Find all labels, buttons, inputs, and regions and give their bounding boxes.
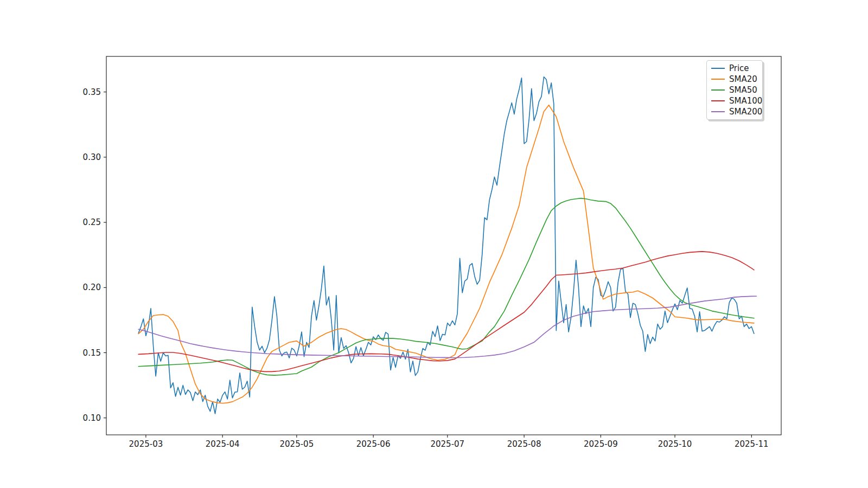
legend-label-price: Price: [729, 64, 749, 73]
legend-item-price: Price: [711, 64, 758, 73]
x-tick-label: 2025-07: [430, 439, 464, 449]
legend-item-sma200: SMA200: [711, 107, 758, 116]
legend-item-sma20: SMA20: [711, 75, 758, 84]
x-tick-label: 2025-10: [658, 439, 692, 449]
legend-item-sma50: SMA50: [711, 86, 758, 94]
legend-item-sma100: SMA100: [711, 97, 758, 105]
series-line-sma100: [138, 252, 754, 372]
x-tick-label: 2025-06: [356, 439, 391, 449]
y-tick-label: 0.25: [83, 217, 101, 227]
y-tick-label: 0.35: [83, 87, 101, 97]
y-tick-label: 0.15: [83, 348, 101, 358]
legend-line-swatch-price: [711, 68, 725, 69]
legend-line-swatch-sma50: [711, 89, 725, 91]
legend-label-sma200: SMA200: [729, 107, 762, 116]
legend-line-swatch-sma200: [711, 111, 725, 112]
legend-label-sma20: SMA20: [729, 75, 757, 84]
axes-spines: [106, 56, 781, 435]
legend-box: Price SMA20 SMA50 SMA100 SMA200: [706, 60, 763, 120]
series-line-sma200: [138, 296, 756, 358]
x-tick-label: 2025-05: [280, 439, 314, 449]
y-tick-label: 0.10: [83, 413, 101, 423]
x-tick-label: 2025-11: [735, 439, 769, 449]
legend-line-swatch-sma20: [711, 79, 725, 80]
legend-label-sma50: SMA50: [729, 86, 757, 94]
legend-line-swatch-sma100: [711, 100, 725, 101]
legend-label-sma100: SMA100: [729, 97, 762, 105]
series-line-sma20: [138, 105, 754, 403]
figure-canvas: 2025-032025-042025-052025-062025-072025-…: [0, 0, 868, 488]
x-tick-label: 2025-09: [584, 439, 618, 449]
y-tick-label: 0.30: [83, 152, 101, 162]
series-line-sma50: [138, 198, 754, 375]
x-tick-label: 2025-08: [507, 439, 541, 449]
x-tick-label: 2025-04: [206, 439, 240, 449]
x-tick-label: 2025-03: [129, 439, 163, 449]
y-tick-label: 0.20: [83, 282, 101, 292]
series-line-price: [138, 77, 754, 414]
